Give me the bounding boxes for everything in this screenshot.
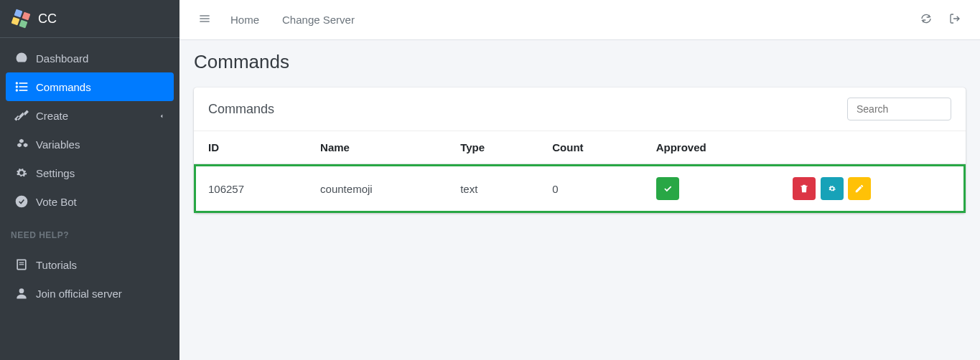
- sidebar-item-label: Variables: [36, 138, 80, 151]
- column-type[interactable]: Type: [446, 131, 538, 164]
- settings-button[interactable]: [821, 177, 844, 200]
- svg-rect-15: [200, 18, 209, 19]
- cell-type: text: [446, 164, 538, 214]
- sidebar-help-header: NEED HELP?: [0, 222, 179, 245]
- logout-icon[interactable]: [941, 9, 969, 32]
- svg-rect-5: [19, 82, 28, 84]
- svg-rect-9: [19, 90, 28, 91]
- cubes-icon: [14, 137, 29, 151]
- column-approved[interactable]: Approved: [642, 131, 779, 164]
- card-header: Commands: [194, 87, 966, 131]
- main-content: Home Change Server Commands Commands ID …: [179, 0, 980, 360]
- sidebar-item-label: Vote Bot: [36, 196, 77, 208]
- sidebar: CC Dashboard Commands Create Variables: [0, 0, 179, 360]
- brand-logo-icon: [11, 9, 31, 29]
- svg-point-6: [16, 85, 18, 87]
- cell-name: countemoji: [306, 164, 446, 214]
- commands-card: Commands ID Name Type Count Approved: [194, 87, 966, 213]
- sidebar-item-label: Join official server: [36, 288, 122, 300]
- column-count[interactable]: Count: [538, 131, 641, 164]
- cell-id: 106257: [194, 164, 306, 214]
- sidebar-item-dashboard[interactable]: Dashboard: [6, 44, 174, 72]
- svg-rect-14: [200, 15, 209, 16]
- svg-rect-11: [19, 262, 24, 263]
- column-name[interactable]: Name: [306, 131, 446, 164]
- svg-point-4: [16, 82, 18, 84]
- cell-approved: [642, 164, 779, 214]
- svg-rect-1: [22, 12, 30, 21]
- sidebar-item-join-server[interactable]: Join official server: [6, 279, 174, 308]
- gear-icon: [827, 184, 837, 194]
- svg-rect-3: [19, 19, 28, 28]
- sidebar-item-label: Tutorials: [36, 259, 77, 271]
- topbar-link-change-server[interactable]: Change Server: [271, 9, 366, 30]
- sidebar-item-variables[interactable]: Variables: [6, 130, 174, 158]
- sidebar-nav: Dashboard Commands Create Variables Sett…: [0, 38, 179, 222]
- svg-point-10: [16, 196, 28, 208]
- sidebar-item-create[interactable]: Create: [6, 101, 174, 130]
- sidebar-help-nav: Tutorials Join official server: [0, 245, 179, 313]
- sidebar-item-label: Create: [36, 110, 68, 122]
- cog-icon: [14, 166, 29, 180]
- svg-rect-12: [19, 264, 24, 265]
- user-icon: [14, 286, 29, 300]
- refresh-icon[interactable]: [912, 9, 941, 32]
- cell-count: 0: [538, 164, 641, 214]
- column-actions: [778, 131, 966, 164]
- svg-rect-0: [14, 9, 23, 18]
- svg-point-8: [16, 89, 18, 91]
- svg-rect-16: [200, 21, 209, 22]
- sidebar-item-label: Dashboard: [36, 52, 88, 65]
- tachometer-icon: [14, 51, 29, 65]
- cell-actions: [778, 164, 966, 214]
- check-circle-icon: [14, 194, 29, 209]
- brand[interactable]: CC: [0, 0, 179, 38]
- check-icon: [663, 184, 673, 194]
- sidebar-item-settings[interactable]: Settings: [6, 158, 174, 187]
- list-icon: [14, 80, 29, 94]
- table-row[interactable]: 106257 countemoji text 0: [194, 164, 966, 214]
- sidebar-item-label: Settings: [36, 167, 75, 179]
- pencil-icon: [854, 184, 864, 194]
- sidebar-item-tutorials[interactable]: Tutorials: [6, 250, 174, 279]
- topbar: Home Change Server: [179, 0, 980, 40]
- svg-rect-7: [19, 86, 28, 87]
- tools-icon: [14, 108, 29, 123]
- column-id[interactable]: ID: [194, 131, 306, 164]
- topbar-link-home[interactable]: Home: [219, 9, 271, 30]
- commands-table: ID Name Type Count Approved 106257 count…: [194, 131, 966, 213]
- page-title: Commands: [179, 40, 980, 80]
- edit-button[interactable]: [848, 177, 871, 200]
- sidebar-item-label: Commands: [36, 81, 91, 93]
- svg-point-13: [19, 288, 24, 293]
- search-input[interactable]: [847, 98, 951, 120]
- trash-icon: [799, 184, 809, 194]
- menu-toggle-icon[interactable]: [190, 9, 219, 32]
- card-title: Commands: [208, 102, 274, 117]
- sidebar-item-votebot[interactable]: Vote Bot: [6, 187, 174, 216]
- sidebar-item-commands[interactable]: Commands: [6, 72, 174, 101]
- book-icon: [14, 257, 29, 272]
- brand-name: CC: [38, 11, 57, 27]
- delete-button[interactable]: [793, 177, 816, 200]
- chevron-left-icon: [158, 110, 165, 122]
- approved-badge[interactable]: [656, 177, 679, 200]
- svg-rect-2: [11, 17, 20, 26]
